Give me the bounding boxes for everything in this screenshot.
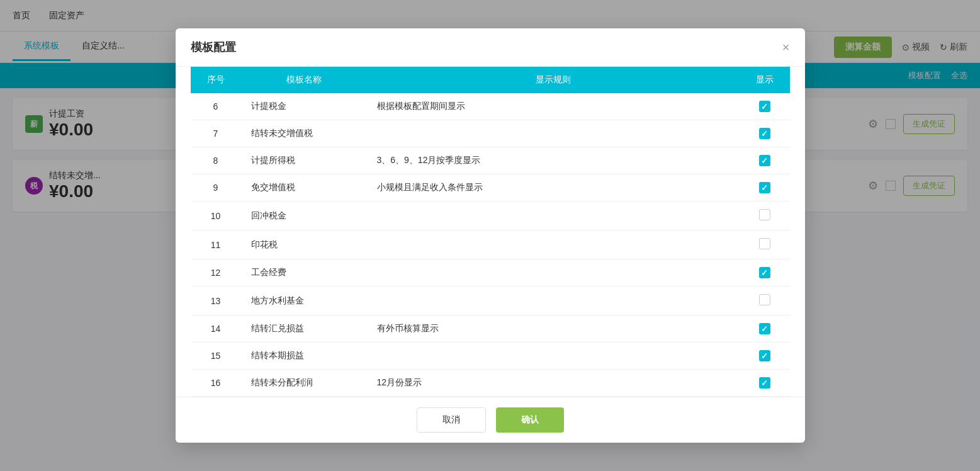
table-row: 16结转未分配利润12月份显示 [191, 370, 790, 397]
cell-name: 结转未交增值税 [241, 120, 367, 147]
modal-close-button[interactable]: × [782, 41, 790, 54]
cell-name: 工会经费 [241, 259, 367, 287]
cell-seq: 13 [191, 287, 241, 315]
cell-rule [367, 201, 740, 230]
table-row: 9免交增值税小规模且满足收入条件显示 [191, 174, 790, 201]
cell-seq: 6 [191, 93, 241, 120]
cell-rule [367, 120, 740, 147]
config-table: 序号 模板名称 显示规则 显示 6计提税金根据模板配置期间显示7结转未交增值税8… [191, 67, 790, 397]
table-row: 14结转汇兑损益有外币核算显示 [191, 315, 790, 343]
cell-checkbox[interactable] [740, 120, 790, 147]
cell-name: 结转汇兑损益 [241, 315, 367, 343]
cell-rule: 3、6、9、12月按季度显示 [367, 147, 740, 174]
checkbox-checked[interactable] [759, 101, 770, 112]
cell-name: 计提所得税 [241, 147, 367, 174]
cell-name: 回冲税金 [241, 201, 367, 230]
table-header-row: 序号 模板名称 显示规则 显示 [191, 67, 790, 93]
cell-rule [367, 343, 740, 370]
col-header-display: 显示 [740, 67, 790, 93]
cell-checkbox[interactable] [740, 287, 790, 315]
cell-name: 计提税金 [241, 93, 367, 120]
checkbox-checked[interactable] [759, 323, 770, 334]
cell-name: 地方水利基金 [241, 287, 367, 315]
cell-seq: 9 [191, 174, 241, 201]
cell-checkbox[interactable] [740, 93, 790, 120]
col-header-seq: 序号 [191, 67, 241, 93]
table-row: 8计提所得税3、6、9、12月按季度显示 [191, 147, 790, 174]
checkbox-checked[interactable] [759, 377, 770, 389]
col-header-name: 模板名称 [241, 67, 367, 93]
cell-checkbox[interactable] [740, 230, 790, 259]
checkbox-unchecked[interactable] [759, 294, 770, 305]
table-row: 10回冲税金 [191, 201, 790, 230]
cell-rule: 12月份显示 [367, 370, 740, 397]
cell-name: 结转未分配利润 [241, 370, 367, 397]
table-row: 6计提税金根据模板配置期间显示 [191, 93, 790, 120]
cell-rule [367, 230, 740, 259]
table-row: 13地方水利基金 [191, 287, 790, 315]
cell-checkbox[interactable] [740, 174, 790, 201]
cell-rule: 根据模板配置期间显示 [367, 93, 740, 120]
cell-seq: 11 [191, 230, 241, 259]
cell-checkbox[interactable] [740, 343, 790, 370]
cell-checkbox[interactable] [740, 259, 790, 287]
checkbox-checked[interactable] [759, 128, 770, 139]
cell-seq: 10 [191, 201, 241, 230]
cell-rule: 小规模且满足收入条件显示 [367, 174, 740, 201]
cell-checkbox[interactable] [740, 201, 790, 230]
cell-seq: 14 [191, 315, 241, 343]
cell-rule [367, 259, 740, 287]
cell-seq: 12 [191, 259, 241, 287]
checkbox-unchecked[interactable] [759, 209, 770, 220]
checkbox-checked[interactable] [759, 155, 770, 166]
checkbox-checked[interactable] [759, 182, 770, 193]
checkbox-checked[interactable] [759, 267, 770, 278]
table-row: 12工会经费 [191, 259, 790, 287]
modal-table-container: 序号 模板名称 显示规则 显示 6计提税金根据模板配置期间显示7结转未交增值税8… [176, 67, 805, 397]
template-config-modal: 模板配置 × 序号 模板名称 显示规则 显示 6计提税金根据模板配置期间显示7结… [176, 28, 805, 443]
cell-rule: 有外币核算显示 [367, 315, 740, 343]
checkbox-checked[interactable] [759, 350, 770, 361]
cell-checkbox[interactable] [740, 370, 790, 397]
cell-rule [367, 287, 740, 315]
table-row: 7结转未交增值税 [191, 120, 790, 147]
modal-overlay: 模板配置 × 序号 模板名称 显示规则 显示 6计提税金根据模板配置期间显示7结… [0, 0, 980, 471]
cell-name: 结转本期损益 [241, 343, 367, 370]
cell-checkbox[interactable] [740, 315, 790, 343]
table-row: 11印花税 [191, 230, 790, 259]
cell-name: 印花税 [241, 230, 367, 259]
cancel-button[interactable]: 取消 [417, 407, 486, 433]
cell-seq: 16 [191, 370, 241, 397]
cell-seq: 15 [191, 343, 241, 370]
cell-seq: 8 [191, 147, 241, 174]
col-header-rule: 显示规则 [367, 67, 740, 93]
confirm-button[interactable]: 确认 [496, 407, 564, 433]
modal-footer: 取消 确认 [176, 397, 805, 443]
table-row: 15结转本期损益 [191, 343, 790, 370]
cell-seq: 7 [191, 120, 241, 147]
modal-header: 模板配置 × [176, 28, 805, 67]
cell-checkbox[interactable] [740, 147, 790, 174]
cell-name: 免交增值税 [241, 174, 367, 201]
modal-title: 模板配置 [191, 40, 236, 55]
checkbox-unchecked[interactable] [759, 238, 770, 249]
